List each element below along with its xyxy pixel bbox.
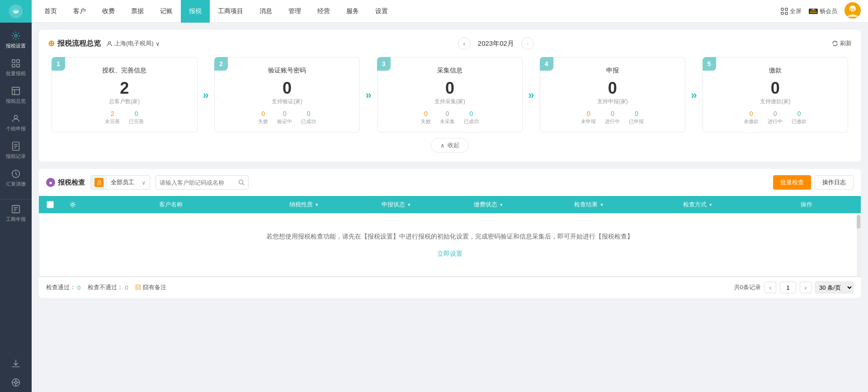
sidebar-item-tax-record[interactable]: 报税记录 — [0, 137, 32, 164]
step-sub-2: 支持验证(家) — [222, 98, 353, 105]
prev-page-button[interactable]: ‹ — [764, 282, 776, 293]
filter-icon-tax[interactable]: ▼ — [315, 202, 319, 207]
step-stat-uncollected-3: 0 未采集 — [440, 110, 455, 125]
nav-settings[interactable]: 设置 — [367, 0, 396, 23]
filter-icon-pay[interactable]: ▼ — [499, 202, 504, 207]
sidebar-item-tax-settings[interactable]: 报税设置 — [0, 26, 32, 54]
step-card-5: 5 缴款 0 支持缴款(家) 0 未缴款 0 进行中 — [703, 57, 849, 133]
th-check-result: 检查结果 ▼ — [535, 196, 643, 213]
per-page-select[interactable]: 30 条/页 50 条/页 100 条/页 — [815, 282, 854, 293]
step-stat-progress-4: 0 进行中 — [605, 110, 620, 125]
svg-rect-15 — [17, 64, 19, 67]
nav-fee[interactable]: 收费 — [94, 0, 123, 23]
step-sub-5: 支持缴款(家) — [710, 98, 841, 105]
collapse-label: 收起 — [448, 141, 459, 149]
step-stat-progress-2: 0 验证中 — [277, 110, 292, 125]
card-header: ⊕ 报税流程总览 上海(电子税局) ∨ ‹ 2023年02月 › — [48, 37, 852, 50]
employee-filter[interactable]: 员 全部员工 ∨ — [90, 175, 150, 190]
scrollbar-thumb[interactable] — [857, 215, 860, 229]
svg-line-34 — [243, 184, 245, 186]
th-tax-nature: 纳税性质 ▼ — [258, 196, 350, 213]
op-log-button[interactable]: 操作日志 — [815, 175, 854, 190]
step-1: 1 授权、完善信息 2 总客户数(家) 2 未完善 0 已完善 — [48, 57, 201, 133]
nav-service[interactable]: 服务 — [338, 0, 367, 23]
sidebar-label-tax-settlement: 汇算清缴 — [6, 181, 26, 187]
prev-date-button[interactable]: ‹ — [458, 37, 471, 50]
settings-icon[interactable] — [69, 201, 76, 208]
svg-rect-7 — [810, 11, 817, 13]
incomplete-val: 2 — [111, 110, 114, 117]
app-logo[interactable] — [0, 0, 32, 23]
top-nav: 首页 客户 收费 票据 记账 报税 工商项目 消息 管理 经营 服务 设置 全屏 — [0, 0, 868, 23]
location-tag[interactable]: 上海(电子税局) ∨ — [106, 39, 160, 48]
sidebar-item-personal-tax[interactable]: 个税申报 — [0, 109, 32, 137]
step-stat-declared-4: 0 已申报 — [629, 110, 644, 125]
sidebar-download[interactable] — [0, 354, 32, 373]
sidebar-item-annual-report[interactable]: 工商年报 — [0, 200, 32, 227]
next-date-button[interactable]: › — [521, 37, 534, 50]
incomplete-label: 未完善 — [105, 118, 120, 125]
nav-items: 首页 客户 收费 票据 记账 报税 工商项目 消息 管理 经营 服务 设置 — [32, 0, 781, 22]
page-input[interactable] — [780, 282, 796, 293]
collapse-up-icon: ∧ — [440, 142, 445, 149]
sidebar: 报税设置 批量报税 报税总览 个税申报 报税记录 — [0, 23, 32, 392]
employee-icon: 员 — [94, 178, 104, 187]
nav-operation[interactable]: 经营 — [309, 0, 338, 23]
sidebar-label-annual-report: 工商年报 — [6, 216, 26, 223]
current-date: 2023年02月 — [478, 39, 514, 48]
header-checkbox[interactable] — [47, 201, 54, 208]
table-footer: 检查通过： 0 检查不通过： 0 囧 囧有备注 共0条记录 ‹ › 30 条/页… — [39, 277, 861, 298]
next-page-button[interactable]: › — [800, 282, 811, 293]
fullscreen-label: 全屏 — [790, 7, 802, 15]
th-checkbox — [39, 196, 61, 213]
filter-icon-method[interactable]: ▼ — [708, 202, 713, 207]
sidebar-item-tax-settlement[interactable]: 汇算清缴 — [0, 164, 32, 192]
search-input[interactable] — [160, 179, 236, 186]
nav-invoice[interactable]: 票据 — [123, 0, 152, 23]
batch-check-button[interactable]: 批量检查 — [773, 175, 811, 190]
step-sub-3: 支持采集(家) — [385, 98, 515, 105]
sidebar-item-tax-overview[interactable]: 报税总览 — [0, 81, 32, 109]
check-pass-stat: 检查通过： 0 — [46, 283, 80, 292]
step-num-3: 3 — [377, 57, 391, 71]
check-fail-link[interactable]: 0 — [125, 284, 128, 291]
svg-rect-14 — [12, 64, 15, 67]
vip-button[interactable]: 畅会员 — [809, 7, 837, 15]
sidebar-item-batch-tax[interactable]: 批量报税 — [0, 54, 32, 81]
nav-business[interactable]: 工商项目 — [210, 0, 251, 23]
filter-icon-declare[interactable]: ▼ — [407, 202, 411, 207]
setup-link[interactable]: 立即设置 — [437, 250, 462, 257]
step-num-4: 4 — [540, 57, 553, 71]
nav-bookkeeping[interactable]: 记账 — [152, 0, 181, 23]
step-4: 4 申报 0 支持申报(家) 0 未申报 0 进行中 — [536, 57, 689, 133]
employee-filter-text: 全部员工 — [107, 178, 138, 186]
step-title-4: 申报 — [547, 65, 678, 75]
svg-rect-2 — [785, 8, 788, 10]
nav-customer[interactable]: 客户 — [65, 0, 94, 23]
step-stat-unpaid-5: 0 未缴款 — [744, 110, 759, 125]
avatar[interactable]: iTA — [844, 2, 861, 20]
sidebar-location[interactable] — [0, 373, 32, 392]
step-stat-undeclared-4: 0 未申报 — [581, 110, 596, 125]
svg-rect-16 — [12, 87, 20, 95]
collapse-button[interactable]: ∧ 收起 — [431, 138, 469, 153]
svg-point-32 — [108, 42, 111, 44]
step-stat-progress-5: 0 进行中 — [768, 110, 783, 125]
check-pass-link[interactable]: 0 — [77, 284, 80, 291]
svg-rect-1 — [781, 8, 783, 10]
nav-message[interactable]: 消息 — [251, 0, 280, 23]
total-records: 共0条记录 — [734, 283, 761, 292]
step-num-2: 2 — [214, 57, 228, 71]
step-num-1: 1 — [52, 57, 65, 71]
refresh-button[interactable]: 刷新 — [832, 39, 852, 48]
purple-circle-icon: ● — [46, 178, 55, 187]
fullscreen-button[interactable]: 全屏 — [781, 7, 802, 15]
empty-tip-text: 若您想使用报税检查功能，请先在【报税设置】中进行报税的初始化设置，完成密码验证和… — [266, 230, 633, 243]
th-pay-status: 缴费状态 ▼ — [443, 196, 535, 213]
filter-icon-result[interactable]: ▼ — [599, 202, 604, 207]
nav-tax[interactable]: 报税 — [181, 0, 210, 23]
search-icon[interactable] — [238, 179, 245, 186]
nav-home[interactable]: 首页 — [36, 0, 65, 23]
nav-manage[interactable]: 管理 — [280, 0, 309, 23]
collapse-row: ∧ 收起 — [48, 133, 852, 154]
